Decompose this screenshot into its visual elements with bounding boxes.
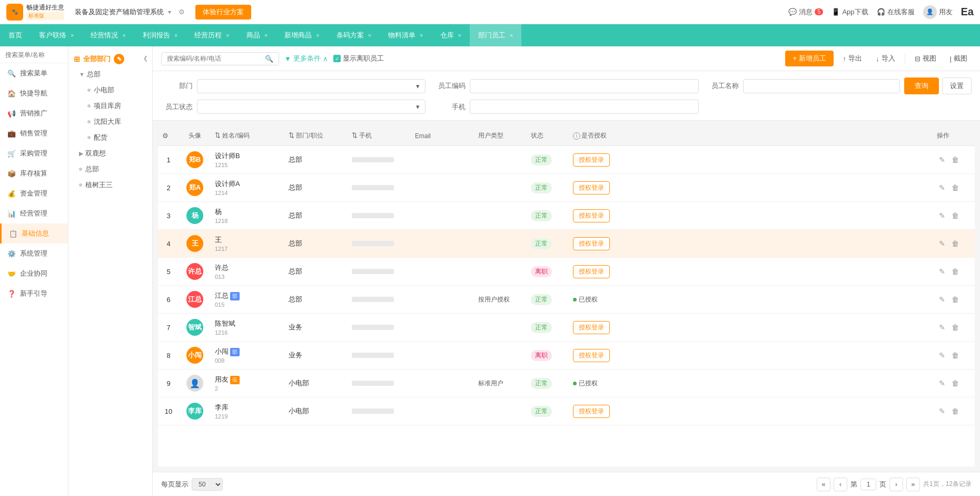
sidebar-item-operations[interactable]: 📊 经营管理 bbox=[0, 203, 68, 223]
emp-code-filter-input[interactable] bbox=[470, 79, 698, 93]
show-resigned-checkbox[interactable]: ✓ bbox=[333, 55, 341, 62]
tab-customer[interactable]: 客户联络 × bbox=[31, 24, 82, 46]
sidebar-item-guide[interactable]: ❓ 新手引导 bbox=[0, 284, 68, 304]
tab-product-close[interactable]: × bbox=[264, 32, 268, 38]
sidebar-item-collab[interactable]: 🤝 企业协同 bbox=[0, 264, 68, 284]
auth-login-button[interactable]: 授权登录 bbox=[573, 349, 610, 362]
tab-operation[interactable]: 经营情况 × bbox=[82, 24, 134, 46]
dept-item-headquarters-expand[interactable]: ▼ 总部 bbox=[74, 66, 152, 82]
tab-product[interactable]: 商品 × bbox=[238, 24, 276, 46]
auth-login-button[interactable]: 授权登录 bbox=[573, 153, 610, 167]
last-page-btn[interactable]: » bbox=[906, 478, 920, 491]
dept-item-peiho[interactable]: 配货 bbox=[82, 130, 152, 145]
sidebar-item-purchase[interactable]: 🛒 采购管理 bbox=[0, 143, 68, 163]
dept-collapse-icon[interactable]: 《 bbox=[141, 55, 147, 64]
tab-warehouse[interactable]: 仓库 × bbox=[432, 24, 470, 46]
msg-item[interactable]: 💬 消息 5 bbox=[788, 7, 823, 17]
tab-barcode[interactable]: 条码方案 × bbox=[328, 24, 380, 46]
tab-add-product[interactable]: 新增商品 × bbox=[276, 24, 328, 46]
tab-dept-employee[interactable]: 部门员工 × bbox=[470, 24, 521, 46]
set-button[interactable]: 设置 bbox=[942, 77, 972, 94]
delete-button[interactable]: 🗑 bbox=[949, 294, 961, 305]
dept-item-shenyang[interactable]: 沈阳大库 bbox=[82, 114, 152, 130]
edit-button[interactable]: ✎ bbox=[937, 294, 947, 305]
search-input[interactable] bbox=[167, 55, 262, 62]
tab-bom[interactable]: 物料清单 × bbox=[380, 24, 431, 46]
col-settings[interactable]: ⚙ bbox=[158, 126, 179, 146]
sidebar-item-finance[interactable]: 💰 资金管理 bbox=[0, 183, 68, 203]
edit-button[interactable]: ✎ bbox=[937, 322, 947, 333]
per-page-select[interactable]: 50 100 bbox=[192, 478, 223, 491]
col-dept-position[interactable]: ⇅ 部门/职位 bbox=[284, 126, 348, 146]
delete-button[interactable]: 🗑 bbox=[949, 266, 961, 277]
tab-dept-employee-close[interactable]: × bbox=[510, 32, 513, 38]
dept-item-xiaodian[interactable]: 小电部 bbox=[82, 82, 152, 98]
view-btn[interactable]: ⊟ 视图 bbox=[910, 52, 941, 65]
delete-button[interactable]: 🗑 bbox=[949, 350, 961, 361]
user-item[interactable]: 👤 用友 bbox=[923, 5, 953, 19]
emp-status-filter-select[interactable]: ▾ bbox=[197, 100, 425, 114]
dept-edit-icon[interactable]: ✎ bbox=[114, 54, 124, 64]
delete-button[interactable]: 🗑 bbox=[949, 238, 961, 249]
auth-login-button[interactable]: 授权登录 bbox=[573, 321, 610, 334]
add-employee-button[interactable]: + 新增员工 bbox=[785, 51, 833, 66]
next-page-btn[interactable]: › bbox=[889, 478, 903, 491]
edit-button[interactable]: ✎ bbox=[937, 406, 947, 416]
edit-button[interactable]: ✎ bbox=[937, 210, 947, 221]
auth-login-button[interactable]: 授权登录 bbox=[573, 209, 610, 222]
tab-customer-close[interactable]: × bbox=[71, 32, 74, 38]
col-phone[interactable]: ⇅ 手机 bbox=[348, 126, 411, 146]
app-download-item[interactable]: 📱 App下载 bbox=[831, 7, 868, 17]
edit-button[interactable]: ✎ bbox=[937, 350, 947, 361]
tab-barcode-close[interactable]: × bbox=[368, 32, 371, 38]
tab-profit[interactable]: 利润报告 × bbox=[134, 24, 186, 46]
auth-login-button[interactable]: 授权登录 bbox=[573, 405, 610, 418]
phone-filter-input[interactable] bbox=[470, 100, 698, 114]
show-resigned-toggle[interactable]: ✓ 显示离职员工 bbox=[333, 54, 384, 63]
tab-history[interactable]: 经营历程 × bbox=[186, 24, 237, 46]
sys-title-dropdown-icon[interactable]: ▾ bbox=[168, 8, 171, 16]
sidebar-item-nav[interactable]: 🏠 快捷导航 bbox=[0, 83, 68, 103]
sidebar-item-system[interactable]: ⚙️ 系统管理 bbox=[0, 244, 68, 264]
dept-item-project[interactable]: 项目库房 bbox=[82, 98, 152, 114]
edit-button[interactable]: ✎ bbox=[937, 182, 947, 193]
sidebar-item-basic-info[interactable]: 📋 基础信息 bbox=[0, 223, 68, 244]
auth-login-button[interactable]: 授权登录 bbox=[573, 237, 610, 250]
delete-button[interactable]: 🗑 bbox=[949, 378, 961, 388]
tab-bom-close[interactable]: × bbox=[420, 32, 423, 38]
online-service-item[interactable]: 🎧 在线客服 bbox=[877, 7, 915, 17]
prev-page-btn[interactable]: ‹ bbox=[834, 478, 847, 491]
import-btn[interactable]: ↓ 导入 bbox=[872, 52, 899, 65]
tab-add-product-close[interactable]: × bbox=[316, 32, 319, 38]
edit-button[interactable]: ✎ bbox=[937, 266, 947, 277]
auth-login-button[interactable]: 授权登录 bbox=[573, 181, 610, 194]
dept-header[interactable]: ⊞ 全部部门 ✎ 《 bbox=[68, 52, 152, 66]
export-btn[interactable]: ↑ 导出 bbox=[839, 52, 867, 65]
delete-button[interactable]: 🗑 bbox=[949, 406, 961, 416]
delete-button[interactable]: 🗑 bbox=[949, 182, 961, 193]
first-page-btn[interactable]: « bbox=[817, 478, 830, 491]
sidebar-item-sales[interactable]: 💼 销售管理 bbox=[0, 123, 68, 143]
tab-profit-close[interactable]: × bbox=[174, 32, 177, 38]
more-btn[interactable]: | 截图 bbox=[946, 52, 972, 65]
edit-button[interactable]: ✎ bbox=[937, 154, 947, 165]
col-name-code[interactable]: ⇅ 姓名/编码 bbox=[211, 126, 284, 146]
query-button[interactable]: 查询 bbox=[904, 77, 939, 94]
sidebar-item-marketing[interactable]: 📢 营销推广 bbox=[0, 103, 68, 123]
emp-name-filter-input[interactable] bbox=[743, 79, 900, 93]
sidebar-item-search[interactable]: 🔍 搜索菜单 bbox=[0, 63, 68, 83]
gear-icon[interactable]: ⚙ bbox=[179, 8, 185, 16]
tab-warehouse-close[interactable]: × bbox=[458, 32, 461, 38]
dept-item-zongbu[interactable]: 总部 bbox=[74, 161, 152, 177]
sidebar-item-inventory[interactable]: 📦 库存核算 bbox=[0, 163, 68, 183]
auth-info-icon[interactable]: i bbox=[573, 132, 580, 140]
delete-button[interactable]: 🗑 bbox=[949, 322, 961, 333]
trial-button[interactable]: 体验行业方案 bbox=[195, 5, 251, 20]
tab-home[interactable]: 首页 bbox=[0, 24, 31, 46]
auth-login-button[interactable]: 授权登录 bbox=[573, 265, 610, 278]
tab-operation-close[interactable]: × bbox=[122, 32, 125, 38]
tab-history-close[interactable]: × bbox=[226, 32, 229, 38]
edit-button[interactable]: ✎ bbox=[937, 378, 947, 388]
search-icon[interactable]: 🔍 bbox=[265, 55, 273, 63]
dept-item-shuanglu[interactable]: ▶ 双鹿想 bbox=[74, 145, 152, 161]
